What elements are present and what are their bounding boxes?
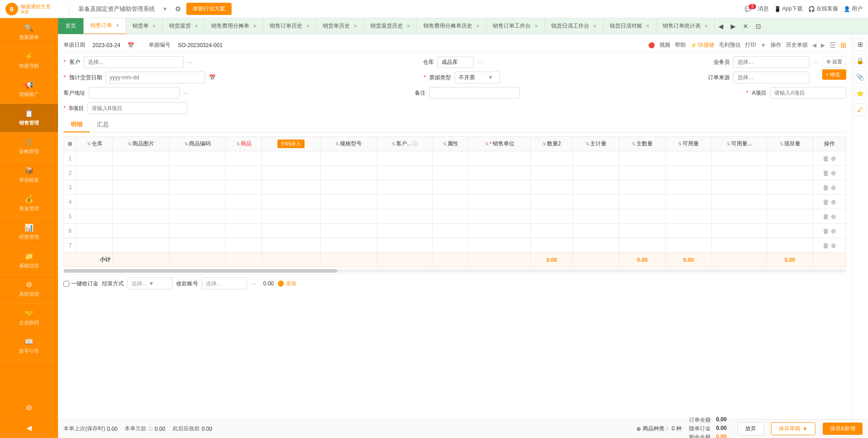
delete-icon[interactable]: 🗑 (823, 169, 829, 177)
sidebar-item-collab[interactable]: 🤝 企业协同 (0, 303, 58, 332)
tab-close-icon[interactable]: ✕ (116, 23, 119, 28)
a-project-input[interactable] (770, 87, 846, 99)
tab-expense-split[interactable]: 销售费用分摊单 ✕ (205, 18, 263, 34)
tab-sales-return[interactable]: 销货单 ✕ (126, 18, 163, 34)
delete-icon[interactable]: 🗑 (823, 198, 829, 206)
sidebar-collapse-btn[interactable]: ◀ (0, 418, 58, 438)
sidebar-item-guide[interactable]: 📖 新手引导 (0, 332, 58, 361)
save-new-btn[interactable]: 保存&新增 (823, 423, 863, 435)
panel-icon-3[interactable]: 📎 (854, 71, 867, 83)
sidebar-item-purchase[interactable]: 🛒 采购管理 (0, 132, 58, 161)
col-warehouse[interactable]: ⇅ 仓库 (77, 137, 113, 151)
row-spec-1[interactable] (320, 151, 377, 166)
row-code-1[interactable] (169, 151, 226, 166)
tab-return-history[interactable]: 销货退货历史 ✕ (364, 18, 417, 34)
remark-input[interactable] (429, 87, 520, 99)
row-available-1[interactable] (665, 151, 712, 166)
invoice-type-select[interactable]: 不开票 ▼ (455, 72, 500, 83)
panel-icon-5[interactable]: 🖊 (854, 103, 867, 116)
user-btn[interactable]: 👤 用户 (844, 5, 863, 13)
b-project-input[interactable] (87, 102, 187, 114)
row-attr-1[interactable] (432, 151, 469, 166)
panel-icon-1[interactable]: ⊞ (854, 38, 867, 51)
row-current-1[interactable] (766, 151, 813, 166)
col-code[interactable]: ⇅ 商品编码 (169, 137, 226, 151)
shortcut-btn[interactable]: ⚡ 快捷键 (690, 41, 714, 49)
tab-close-icon[interactable]: ✕ (593, 24, 596, 29)
tab-daily-reconcile[interactable]: 钱货日清对账 ✕ (603, 18, 656, 34)
sidebar-item-marketing[interactable]: 📢 营销推广 (0, 75, 58, 104)
grid-view-icon[interactable]: ⊞ (840, 41, 846, 49)
account-select[interactable]: 选择... (202, 278, 247, 289)
sidebar-item-management[interactable]: 📊 经营管理 (0, 218, 58, 246)
col-spec[interactable]: ⇅ 规格型号 (320, 137, 377, 151)
online-service-btn[interactable]: 🎧 在线客服 (808, 5, 838, 13)
delete-icon[interactable]: 🗑 (823, 184, 829, 191)
tab-close-icon[interactable]: ✕ (534, 24, 538, 29)
tab-next-btn[interactable]: ▶ (727, 18, 739, 34)
save-draft-btn[interactable]: 保存草稿 ▼ (771, 422, 815, 435)
tab-close-icon[interactable]: ✕ (704, 24, 708, 29)
customer-more-btn[interactable]: ··· (187, 58, 193, 66)
row-warehouse-2[interactable] (77, 166, 113, 180)
panel-icon-2[interactable]: 🔒 (854, 54, 867, 67)
row-qty2-1[interactable] (531, 151, 572, 166)
nav-next-icon[interactable]: ▶ (821, 42, 825, 48)
customer-input[interactable] (84, 56, 184, 68)
copy-icon[interactable]: ⊕ (831, 184, 836, 191)
tab-close-icon[interactable]: ✕ (306, 24, 310, 29)
col-unit[interactable]: ⇅ *销售单位 (469, 137, 531, 151)
scan-btn[interactable]: 扫码录入 (277, 140, 305, 148)
delivery-calendar-icon[interactable]: 📅 (209, 74, 216, 81)
tab-expand-btn[interactable]: ⊡ (752, 18, 765, 34)
help-btn[interactable]: 帮助 (675, 41, 686, 49)
discard-btn[interactable]: 放弃 (737, 422, 764, 435)
print-btn[interactable]: 打印 (745, 41, 756, 49)
add-payment-btn[interactable]: 🟠 添加 (277, 280, 296, 288)
sidebar-item-finance[interactable]: 💰 资金管理 (0, 189, 58, 218)
salesperson-more-btn[interactable]: ··· (813, 58, 819, 66)
copy-icon[interactable]: ⊕ (831, 227, 836, 235)
copy-icon[interactable]: ⊕ (831, 155, 836, 162)
salesperson-input[interactable] (733, 56, 810, 68)
tab-cargo-history[interactable]: 销货单历史 ✕ (316, 18, 364, 34)
delete-icon[interactable]: 🗑 (823, 213, 829, 220)
address-more-btn[interactable]: ··· (183, 89, 189, 96)
settlement-select[interactable]: 选择... ▼ (127, 278, 173, 289)
tab-prev-btn[interactable]: ◀ (715, 18, 727, 34)
tab-close-icon[interactable]: ✕ (646, 24, 650, 29)
sidebar-settings-btn[interactable]: ⚙ (0, 398, 58, 418)
nav-prev-icon[interactable]: ◀ (812, 42, 816, 48)
row-available2-1[interactable] (712, 151, 766, 166)
message-btn[interactable]: 💬 9 消息 (745, 5, 769, 13)
panel-icon-4[interactable]: ⭐ (854, 87, 867, 100)
chevron-down-icon[interactable]: ▼ (761, 42, 766, 48)
row-warehouse-1[interactable] (77, 151, 113, 166)
tab-more-btn[interactable]: ✕ (739, 18, 752, 34)
address-input[interactable] (89, 87, 179, 99)
tab-order-history[interactable]: 销售订单历史 ✕ (263, 18, 316, 34)
row-customer-code-1[interactable] (377, 151, 432, 166)
tab-daily-workbench[interactable]: 钱货日清工作台 ✕ (545, 18, 603, 34)
solution-btn[interactable]: 体验行业方案 (186, 3, 232, 15)
tab-order-stats[interactable]: 销售订单统计表 ✕ (656, 18, 715, 34)
sidebar-item-inventory[interactable]: 📦 库存核算 (0, 161, 58, 189)
history-btn[interactable]: 历史单据 (786, 41, 808, 49)
settings-icon[interactable]: ⚙ (175, 5, 181, 13)
settings-float-btn[interactable]: ⚙ 设置 (822, 56, 846, 67)
profit-btn[interactable]: 毛利预估 (719, 41, 741, 49)
add-logistics-btn[interactable]: + 物流 (822, 69, 846, 80)
col-main-qty[interactable]: ⇅ 主数量 (619, 137, 665, 151)
sidebar-item-search[interactable]: 🔍 搜索菜单 (0, 18, 58, 47)
tab-summary[interactable]: 汇总 (90, 118, 116, 132)
tab-cargo-return[interactable]: 销货退货 ✕ (163, 18, 205, 34)
col-product[interactable]: ⇅ 商品 (226, 137, 262, 151)
col-qty2[interactable]: ⇅ 数量2 (531, 137, 572, 151)
tab-close-icon[interactable]: ✕ (152, 24, 156, 29)
col-image[interactable]: ⇅ 商品图片 (113, 137, 170, 151)
tab-home[interactable]: 首页 (58, 18, 84, 34)
row-unit-1[interactable] (469, 151, 531, 166)
col-customer-code[interactable]: ⇅ 客户... ⓘ (377, 137, 432, 151)
tab-order-workbench[interactable]: 销售订单工作台 ✕ (486, 18, 545, 34)
scroll-thumb[interactable] (63, 269, 337, 273)
